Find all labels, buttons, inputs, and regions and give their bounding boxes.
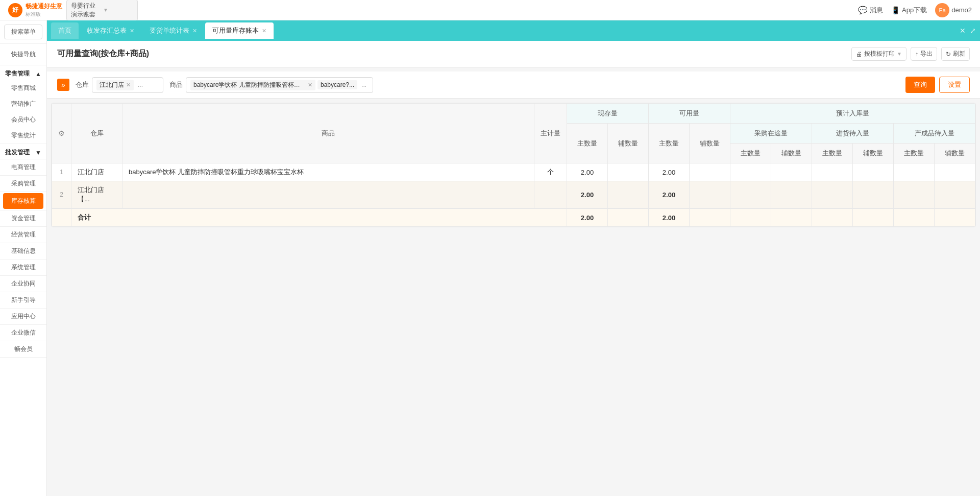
sidebar-item-marketing[interactable]: 营销推广	[0, 96, 46, 112]
totals-purchase-main	[730, 208, 771, 227]
sidebar-item-system[interactable]: 系统管理	[0, 259, 46, 275]
sidebar-section-wholesale-header[interactable]: 批发管理 ▼	[0, 144, 46, 159]
th-purchase-main: 主数量	[730, 144, 771, 163]
table-row: 1 江北门店 babycare学饮杯 儿童防摔防撞吸管杯重力球吸嘴杯宝宝水杯 个…	[52, 163, 975, 181]
sidebar-item-inventory[interactable]: 库存核算	[3, 193, 43, 209]
warehouse-tag-close[interactable]: ✕	[126, 82, 131, 88]
th-incoming-aux: 辅数量	[853, 144, 894, 163]
tab-available-inventory[interactable]: 可用量库存账本 ✕	[205, 22, 274, 39]
warehouse-more-button[interactable]: ...	[136, 81, 145, 88]
tab-order-stats-close[interactable]: ✕	[192, 28, 197, 34]
sidebar-item-ecommerce[interactable]: 电商管理	[0, 159, 46, 175]
tab-order-stats[interactable]: 要货单统计表 ✕	[142, 22, 204, 39]
refresh-icon: ↻	[946, 51, 951, 58]
tab-available-inventory-label: 可用量库存账本	[212, 26, 259, 35]
sidebar: 搜索菜单 快捷导航 零售管理 ▲ 零售商城 营销推广 会员中心 零售统计 批发管…	[0, 20, 47, 496]
row-1-product: babycare学饮杯 儿童防摔防撞吸管杯重力球吸嘴杯宝宝水杯	[122, 163, 534, 181]
totals-avail-aux	[690, 208, 730, 227]
sidebar-item-vip[interactable]: 畅会员	[0, 341, 46, 357]
top-bar-right: 💬 消息 📱 App下载 Ea demo2	[858, 3, 972, 17]
warehouse-filter-label: 仓库	[76, 80, 89, 89]
tab-home[interactable]: 首页	[51, 22, 79, 39]
print-button[interactable]: 🖨 按模板打印 ▼	[851, 47, 906, 61]
sidebar-section-retail-header[interactable]: 零售管理 ▲	[0, 65, 46, 80]
tab-available-inventory-close[interactable]: ✕	[262, 28, 266, 34]
chevron-down-icon: ▼	[35, 149, 41, 156]
page-header: 可用量查询(按仓库+商品) 🖨 按模板打印 ▼ ↑ 导出 ↻ 刷新	[47, 41, 980, 67]
sidebar-item-wecom[interactable]: 企业微信	[0, 325, 46, 341]
export-button[interactable]: ↑ 导出	[911, 47, 937, 61]
product-more-button[interactable]: ...	[359, 81, 369, 88]
totals-produced-aux	[935, 208, 975, 227]
industry-selector[interactable]: 母婴行业演示账套 ▼	[66, 0, 138, 21]
tab-stock-summary[interactable]: 收发存汇总表 ✕	[80, 22, 141, 39]
messages-button[interactable]: 💬 消息	[858, 6, 883, 15]
sidebar-item-basic[interactable]: 基础信息	[0, 243, 46, 259]
avatar: Ea	[935, 3, 949, 17]
sidebar-item-retail-shop[interactable]: 零售商城	[0, 80, 46, 96]
totals-row: 合计 2.00 2.00	[52, 208, 975, 227]
row-2-unit	[534, 181, 567, 209]
tab-stock-summary-label: 收发存汇总表	[87, 26, 127, 35]
logo: 好 畅捷通好生意 标准版	[8, 2, 62, 18]
table-scroll-area[interactable]: ⚙ 仓库 商品 主计量 现存量 可用量 预计入库量 主数量	[52, 103, 975, 227]
sidebar-item-business[interactable]: 经营管理	[0, 227, 46, 243]
sidebar-item-finance[interactable]: 资金管理	[0, 210, 46, 226]
sidebar-section-collab: 企业协同	[0, 276, 46, 292]
row-2-avail-main: 2.00	[649, 181, 690, 209]
sidebar-item-member[interactable]: 会员中心	[0, 112, 46, 128]
refresh-button[interactable]: ↻ 刷新	[941, 47, 970, 61]
row-1-purchase-aux	[771, 163, 812, 181]
row-1-avail-aux	[690, 163, 730, 181]
row-2-purchase-aux	[771, 181, 812, 209]
query-button[interactable]: 查询	[905, 77, 935, 93]
filter-actions: 查询 设置	[905, 77, 970, 93]
chevron-down-icon: ▼	[897, 51, 902, 57]
app-download-button[interactable]: 📱 App下载	[891, 6, 927, 15]
row-2-stock-main: 2.00	[567, 181, 608, 209]
totals-stock-aux	[608, 208, 649, 227]
user-menu[interactable]: Ea demo2	[935, 3, 972, 17]
sidebar-section-business: 经营管理	[0, 227, 46, 243]
totals-produced-main	[894, 208, 935, 227]
row-1-stock-aux	[608, 163, 649, 181]
filter-expand-button[interactable]: »	[57, 79, 69, 91]
th-main-unit: 主计量	[534, 104, 567, 163]
print-icon: 🖨	[856, 51, 862, 58]
warehouse-filter-input[interactable]: 江北门店 ✕ ...	[92, 77, 163, 93]
th-purchase-group: 采购在途量	[730, 124, 812, 144]
totals-empty-1	[52, 208, 71, 227]
expand-button[interactable]: ⤢	[970, 27, 976, 35]
sidebar-item-collab[interactable]: 企业协同	[0, 276, 46, 292]
quick-nav-area: 快捷导航	[0, 44, 46, 65]
search-menu-button[interactable]: 搜索菜单	[4, 25, 42, 39]
tab-stock-summary-close[interactable]: ✕	[130, 28, 134, 34]
row-1-stock-main: 2.00	[567, 163, 608, 181]
settings-gear-icon[interactable]: ⚙	[58, 129, 65, 137]
sidebar-section-guide: 新手引导	[0, 292, 46, 309]
sidebar-item-guide[interactable]: 新手引导	[0, 292, 46, 308]
sidebar-section-inventory: 库存核算	[0, 192, 46, 210]
table-wrapper: ⚙ 仓库 商品 主计量 现存量 可用量 预计入库量 主数量	[51, 103, 976, 227]
sidebar-item-quick-nav[interactable]: 快捷导航	[0, 46, 46, 63]
sidebar-section-retail: 零售管理 ▲ 零售商城 营销推广 会员中心 零售统计	[0, 65, 46, 144]
sidebar-section-appstore: 应用中心	[0, 309, 46, 325]
sidebar-item-retail-stats[interactable]: 零售统计	[0, 128, 46, 144]
row-1-purchase-main	[730, 163, 771, 181]
th-forecast-group: 预计入库量	[730, 104, 975, 124]
product-tag-1-close[interactable]: ✕	[308, 82, 312, 88]
settings-button[interactable]: 设置	[939, 77, 970, 93]
th-avail-main: 主数量	[649, 124, 690, 163]
totals-avail-main: 2.00	[649, 208, 690, 227]
row-2-avail-aux	[690, 181, 730, 209]
sidebar-item-appstore[interactable]: 应用中心	[0, 309, 46, 324]
close-all-tabs-button[interactable]: ✕	[960, 27, 966, 35]
row-2-stock-aux	[608, 181, 649, 209]
sidebar-item-purchase[interactable]: 采购管理	[0, 176, 46, 192]
warehouse-tag: 江北门店 ✕	[96, 80, 134, 90]
row-2-produced-aux	[935, 181, 975, 209]
logo-text: 畅捷通好生意 标准版	[26, 2, 62, 18]
row-2-index: 2	[52, 181, 71, 209]
page-header-actions: 🖨 按模板打印 ▼ ↑ 导出 ↻ 刷新	[851, 47, 970, 61]
product-filter-input[interactable]: babycare学饮杯 儿童防摔防撞吸管杯重力球吸嘴杯宝宝水杯 ✕ babyca…	[186, 77, 373, 93]
